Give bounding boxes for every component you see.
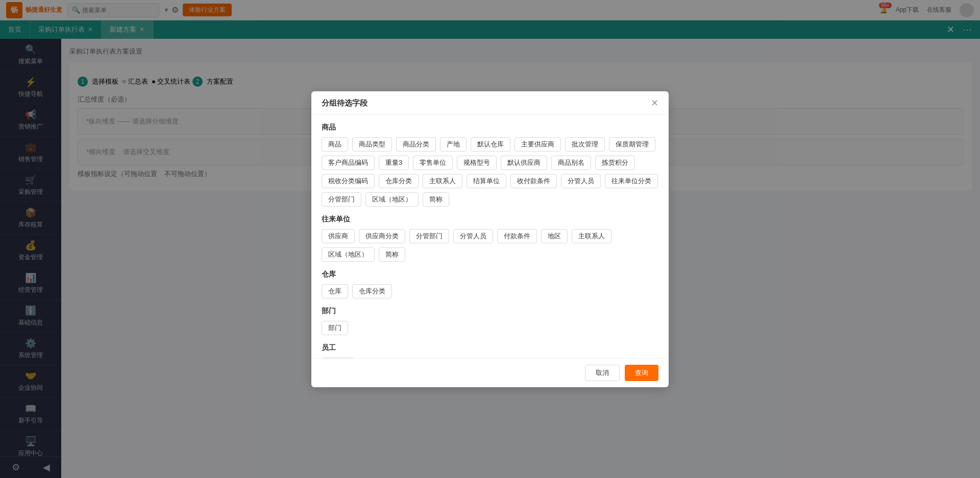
field-tag-1-2[interactable]: 分管部门	[409, 229, 449, 243]
field-tags-1: 供应商供应商分类分管部门分管人员付款条件地区主联系人区域（地区）简称	[322, 229, 658, 262]
modal-title: 分组待选字段	[322, 98, 368, 108]
field-section-2: 仓库仓库仓库分类	[322, 270, 658, 298]
field-tag-1-1[interactable]: 供应商分类	[359, 229, 405, 243]
modal-footer: 取消 查询	[311, 358, 669, 387]
field-tag-0-15[interactable]: 税收分类编码	[322, 174, 375, 188]
field-tag-0-22[interactable]: 分管部门	[322, 192, 361, 207]
field-tags-0: 商品商品类型商品分类产地默认仓库主要供应商批次管理保质期管理客户商品编码重量3零…	[322, 137, 658, 207]
field-tag-0-14[interactable]: 拣货积分	[595, 156, 635, 170]
modal-close-btn[interactable]: ✕	[651, 98, 658, 108]
field-tag-0-3[interactable]: 产地	[440, 137, 467, 152]
field-tags-3: 部门	[322, 321, 658, 335]
field-tag-0-17[interactable]: 主联系人	[423, 174, 462, 188]
field-tag-1-3[interactable]: 分管人员	[453, 229, 493, 243]
field-section-3: 部门部门	[322, 307, 658, 335]
modal-header: 分组待选字段 ✕	[311, 91, 669, 115]
cancel-button[interactable]: 取消	[585, 365, 620, 381]
field-tag-0-11[interactable]: 规格型号	[457, 156, 497, 170]
field-tag-1-8[interactable]: 简称	[379, 247, 405, 262]
field-tag-0-2[interactable]: 商品分类	[396, 137, 436, 152]
modal-overlay: 分组待选字段 ✕ 商品商品商品类型商品分类产地默认仓库主要供应商批次管理保质期管…	[0, 0, 980, 478]
field-tag-2-1[interactable]: 仓库分类	[352, 284, 392, 298]
field-tags-2: 仓库仓库分类	[322, 284, 658, 298]
field-section-title-4: 员工	[322, 343, 658, 353]
field-tag-1-0[interactable]: 供应商	[322, 229, 355, 243]
field-tag-0-20[interactable]: 分管人员	[561, 174, 601, 188]
field-section-0: 商品商品商品类型商品分类产地默认仓库主要供应商批次管理保质期管理客户商品编码重量…	[322, 123, 658, 207]
field-tag-0-9[interactable]: 重量3	[379, 156, 409, 170]
field-tag-1-7[interactable]: 区域（地区）	[322, 247, 375, 262]
field-tag-3-0[interactable]: 部门	[322, 321, 348, 335]
field-tag-0-4[interactable]: 默认仓库	[471, 137, 510, 152]
field-tag-1-5[interactable]: 地区	[541, 229, 568, 243]
field-tag-0-0[interactable]: 商品	[322, 137, 348, 152]
confirm-button[interactable]: 查询	[625, 365, 658, 381]
field-tag-0-8[interactable]: 客户商品编码	[322, 156, 375, 170]
field-tag-1-4[interactable]: 付款条件	[497, 229, 537, 243]
field-tag-1-6[interactable]: 主联系人	[572, 229, 611, 243]
field-section-4: 员工业务员	[322, 343, 658, 358]
field-tag-0-18[interactable]: 结算单位	[467, 174, 506, 188]
field-section-1: 往来单位供应商供应商分类分管部门分管人员付款条件地区主联系人区域（地区）简称	[322, 215, 658, 262]
field-section-title-2: 仓库	[322, 270, 658, 279]
field-tag-0-7[interactable]: 保质期管理	[609, 137, 655, 152]
field-tag-0-6[interactable]: 批次管理	[565, 137, 605, 152]
field-tag-0-13[interactable]: 商品别名	[551, 156, 591, 170]
field-tag-2-0[interactable]: 仓库	[322, 284, 348, 298]
field-section-title-3: 部门	[322, 307, 658, 316]
field-section-title-1: 往来单位	[322, 215, 658, 224]
field-tag-0-23[interactable]: 区域（地区）	[365, 192, 419, 207]
field-tag-0-21[interactable]: 往来单位分类	[605, 174, 658, 188]
field-tag-0-24[interactable]: 简称	[423, 192, 449, 207]
field-tag-0-1[interactable]: 商品类型	[352, 137, 392, 152]
field-tag-0-16[interactable]: 仓库分类	[379, 174, 419, 188]
field-tag-0-5[interactable]: 主要供应商	[514, 137, 561, 152]
field-select-modal: 分组待选字段 ✕ 商品商品商品类型商品分类产地默认仓库主要供应商批次管理保质期管…	[311, 91, 669, 387]
field-tag-0-12[interactable]: 默认供应商	[501, 156, 547, 170]
field-section-title-0: 商品	[322, 123, 658, 132]
field-tag-0-10[interactable]: 零售单位	[413, 156, 453, 170]
field-tag-0-19[interactable]: 收付款条件	[510, 174, 557, 188]
modal-body: 商品商品商品类型商品分类产地默认仓库主要供应商批次管理保质期管理客户商品编码重量…	[311, 115, 669, 358]
